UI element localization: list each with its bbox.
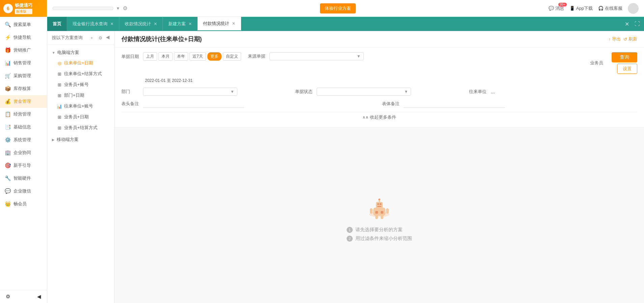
this-year-btn[interactable]: 本年 (174, 52, 188, 61)
sidebar-item-company[interactable]: 🏢 企业协同 (0, 146, 47, 159)
sidebar-item-quicknav[interactable]: ⚡ 快捷导航 (0, 31, 47, 44)
desktop-group-arrow: ▼ (52, 51, 55, 55)
scheme-icon-partner-date: ◎ (57, 60, 62, 66)
address-bar[interactable] (53, 7, 113, 10)
close-tab-icon[interactable]: ✕ (623, 20, 631, 29)
sidebar-item-guide[interactable]: 🎯 新手引导 (0, 159, 47, 172)
doc-status-label: 单据状态 (295, 89, 314, 95)
sidebar-label-guide: 新手引导 (13, 162, 31, 169)
sidebar-label-finance: 资金管理 (13, 98, 31, 104)
logo-version: 标准版 (15, 9, 32, 14)
tab-bank[interactable]: 现金银行流水查询✕ (67, 17, 119, 31)
sidebar-label-operations: 经营管理 (13, 111, 31, 117)
sidebar-item-sales[interactable]: 📊 销售管理 (0, 57, 47, 69)
settings-button[interactable]: 设置 (617, 64, 637, 74)
collapse-panel-icon[interactable]: ◀ (106, 34, 110, 41)
phone-icon: 📱 (569, 6, 575, 11)
sidebar-item-hardware[interactable]: 🔧 智能硬件 (0, 172, 47, 185)
more-dates-btn[interactable]: 更多 (207, 52, 222, 61)
sidebar-label-hardware: 智能硬件 (13, 175, 31, 181)
filter-row-2: 部门 ▼ 单据状态 ▼ (121, 88, 637, 96)
scheme-item-partner-settle[interactable]: ⊞ 往来单位+结算方式 (47, 68, 114, 79)
settings-icon[interactable]: ⚙ (5, 294, 11, 300)
topbar-right: 💬 消息 99+ 📱 App下载 🎧 在线客服 (549, 3, 639, 14)
app-download-button[interactable]: 📱 App下载 (569, 5, 593, 11)
scheme-item-dept-date[interactable]: ⊞ 部门+日期 (47, 90, 114, 101)
svg-point-9 (378, 199, 380, 201)
tab-home[interactable]: 首页 (47, 17, 67, 31)
header-note-input[interactable] (143, 100, 244, 108)
dept-label: 部门 (121, 89, 140, 95)
collapse-sidebar-icon[interactable]: ◀ (36, 294, 42, 300)
sidebar-item-marketing[interactable]: 🎁 营销推广 (0, 44, 47, 57)
sidebar-item-inventory[interactable]: 📦 库存核算 (0, 82, 47, 95)
address-chevron-icon: ▼ (116, 6, 120, 11)
body-note-input[interactable] (404, 100, 505, 108)
messages-button[interactable]: 💬 消息 99+ (549, 5, 564, 11)
sidebar-icon-search: 🔍 (5, 22, 11, 28)
last-month-btn[interactable]: 上月 (143, 52, 157, 61)
date-filter-label: 单据日期 (121, 54, 140, 60)
sidebar-item-wecom[interactable]: 💬 企业微信 (0, 185, 47, 198)
scheme-panel-title: 按以下方案查询 (52, 35, 86, 41)
salesman-label: 业务员 (590, 60, 609, 66)
this-month-btn[interactable]: 本月 (158, 52, 173, 61)
scheme-label-salesman-settle: 业务员+结算方式 (64, 125, 97, 131)
scheme-icon-dept-date: ⊞ (57, 93, 62, 98)
scheme-settings-icon[interactable]: ⚙ (97, 34, 104, 41)
partner-more-icon[interactable]: … (491, 89, 495, 94)
sidebar-icon-finance: 💰 (5, 98, 11, 104)
scheme-icon-partner-account: 📊 (57, 103, 62, 109)
sidebar-icon-inventory: 📦 (5, 86, 11, 92)
tab-new-scheme[interactable]: 新建方案✕ (163, 17, 198, 31)
scheme-label-partner-settle: 往来单位+结算方式 (64, 71, 102, 77)
sidebar-item-basic[interactable]: 📑 基础信息 (0, 121, 47, 133)
step-2-text: 用过滤条件来缩小分析范围 (355, 236, 412, 242)
export-button[interactable]: ↑ 导出 (609, 36, 621, 42)
scheme-item-partner-account[interactable]: 📊 往来单位+账号 (47, 101, 114, 112)
sidebar-icon-company: 🏢 (5, 150, 11, 156)
tab-close-new-scheme[interactable]: ✕ (188, 22, 192, 26)
sidebar-nav: 🔍 搜索菜单 ⚡ 快捷导航 🎁 营销推广 📊 销售管理 🛒 采购管理 📦 库存核… (0, 17, 47, 290)
sidebar-item-purchase[interactable]: 🛒 采购管理 (0, 69, 47, 82)
scheme-item-salesman-date[interactable]: ⊞ 业务员+日期 (47, 112, 114, 122)
svg-rect-12 (375, 215, 378, 219)
dept-select[interactable]: ▼ (143, 88, 237, 96)
doc-status-select[interactable]: ▼ (317, 88, 411, 96)
scheme-item-salesman-account[interactable]: ⊞ 业务员+账号 (47, 79, 114, 90)
last-7days-btn[interactable]: 近7天 (189, 52, 206, 61)
refresh-button[interactable]: ↺ 刷新 (623, 36, 637, 42)
tab-receipt-stats[interactable]: 收款情况统计✕ (119, 17, 163, 31)
tab-payment-stats[interactable]: 付款情况统计✕ (198, 17, 241, 31)
logo-icon: 6 (3, 4, 13, 13)
desktop-group-header[interactable]: ▼ 电脑端方案 (47, 48, 114, 58)
sidebar-item-member[interactable]: 👑 畅会员 (0, 198, 47, 210)
sidebar-item-operations[interactable]: 📋 经营管理 (0, 108, 47, 121)
add-scheme-icon[interactable]: + (88, 34, 95, 41)
sidebar-item-finance[interactable]: 💰 资金管理 (0, 95, 47, 108)
app-download-label: App下载 (576, 5, 593, 11)
mobile-group-header[interactable]: ▶ 移动端方案 (47, 134, 114, 145)
sidebar-item-search[interactable]: 🔍 搜索菜单 (0, 18, 47, 31)
maximize-icon[interactable]: ⛶ (633, 20, 641, 28)
source-doc-select[interactable]: ▼ (269, 52, 364, 60)
svg-rect-4 (376, 202, 383, 209)
query-button[interactable]: 查询 (612, 52, 637, 62)
scheme-item-partner-date[interactable]: ◎ 往来单位+日期 (47, 58, 114, 68)
trial-button[interactable]: 体验行业方案 (320, 3, 356, 13)
sidebar-item-system[interactable]: ⚙️ 系统管理 (0, 133, 47, 146)
online-service-button[interactable]: 🎧 在线客服 (598, 5, 622, 11)
scheme-item-salesman-settle[interactable]: ⊞ 业务员+结算方式 (47, 122, 114, 133)
tab-close-payment-stats[interactable]: ✕ (232, 21, 235, 26)
svg-rect-10 (370, 208, 373, 214)
user-avatar[interactable] (628, 3, 639, 14)
tab-close-bank[interactable]: ✕ (110, 22, 114, 26)
sidebar-icon-marketing: 🎁 (5, 47, 11, 53)
collapse-more-button[interactable]: ∧∧ 收起更多条件 (121, 112, 637, 122)
content-header: 付款情况统计(往来单位+日期) ↑ 导出 ↺ 刷新 (115, 31, 644, 48)
svg-rect-11 (386, 208, 389, 214)
topbar-gear-icon[interactable]: ⚙ (123, 5, 127, 11)
custom-date-btn[interactable]: 自定义 (223, 52, 241, 61)
online-service-label: 在线客服 (605, 5, 622, 11)
tab-close-receipt-stats[interactable]: ✕ (154, 22, 157, 26)
